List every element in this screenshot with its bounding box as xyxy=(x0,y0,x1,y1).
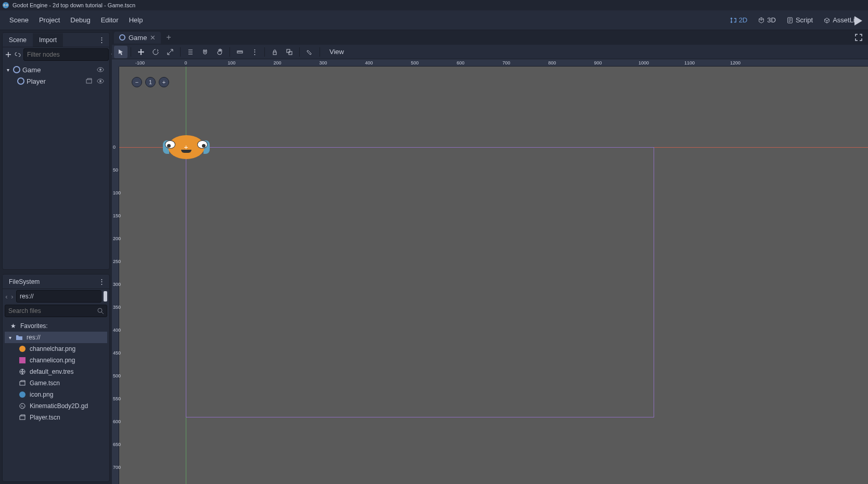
cursor-icon xyxy=(117,48,124,56)
add-tab-button[interactable]: + xyxy=(161,33,176,42)
file-label: default_env.tres xyxy=(30,368,74,375)
nav-back-button[interactable]: ‹ xyxy=(5,291,8,302)
file-default-env[interactable]: default_env.tres xyxy=(5,366,107,377)
file-channelchar[interactable]: channelchar.png xyxy=(5,343,107,355)
ruler-tool[interactable] xyxy=(233,46,247,58)
file-game-tscn[interactable]: Game.tscn xyxy=(5,377,107,389)
scene-tabs-bar: Game ✕ + xyxy=(112,30,868,45)
node-label: Game xyxy=(22,66,41,74)
scene-file-icon xyxy=(18,379,27,387)
plus-icon xyxy=(5,51,12,58)
view-mode-button[interactable] xyxy=(104,291,107,302)
titlebar: Godot Engine - 2d top down tutorial - Ga… xyxy=(0,0,868,10)
scene-tab-game[interactable]: Game ✕ xyxy=(114,32,161,44)
collapse-icon[interactable]: ▾ xyxy=(7,67,13,73)
image-file-icon xyxy=(18,390,27,399)
panel-menu-dots-icon[interactable]: ⋮ xyxy=(94,278,109,285)
mode-2d-button[interactable]: 2D xyxy=(724,13,753,27)
svg-rect-19 xyxy=(20,416,25,420)
tab-scene[interactable]: Scene xyxy=(3,33,33,47)
menu-help[interactable]: Help xyxy=(124,13,148,27)
menu-debug[interactable]: Debug xyxy=(65,13,95,27)
tab-filesystem[interactable]: FileSystem xyxy=(3,275,46,289)
play-button[interactable] xyxy=(851,15,864,27)
visibility-icon[interactable] xyxy=(97,66,105,73)
collapse-icon[interactable]: ▾ xyxy=(9,335,15,341)
expand-icon xyxy=(854,33,863,42)
pan-tool[interactable] xyxy=(213,46,226,58)
lock-icon xyxy=(271,48,278,56)
origin-marker xyxy=(184,146,188,149)
list-icon xyxy=(187,48,194,56)
view-menu[interactable]: View xyxy=(323,48,350,56)
file-icon-png[interactable]: icon.png xyxy=(5,389,107,400)
svg-rect-16 xyxy=(20,382,25,385)
mode-3d-button[interactable]: 3D xyxy=(752,13,781,27)
zoom-out-button[interactable]: − xyxy=(132,77,142,87)
env-file-icon xyxy=(18,368,27,376)
file-kinematicbody-gd[interactable]: KinematicBody2D.gd xyxy=(5,400,107,412)
visibility-icon[interactable] xyxy=(97,77,105,85)
scene-file-icon xyxy=(18,413,27,422)
snap-tool[interactable] xyxy=(198,46,212,58)
menu-editor[interactable]: Editor xyxy=(96,13,124,27)
folder-label: res:// xyxy=(27,334,41,341)
file-label: Game.tscn xyxy=(30,380,60,387)
menu-project[interactable]: Project xyxy=(34,13,65,27)
add-node-button[interactable] xyxy=(5,49,12,60)
script-file-icon xyxy=(18,402,27,410)
search-icon xyxy=(97,307,104,315)
node-game[interactable]: ▾ Game xyxy=(5,64,107,75)
move-tool[interactable] xyxy=(134,46,148,58)
ruler-vertical: 0501001502002503003504004505005506006507… xyxy=(112,67,119,484)
menu-scene[interactable]: Scene xyxy=(4,13,34,27)
bone-icon xyxy=(306,48,313,56)
filter-nodes-input[interactable] xyxy=(23,48,109,61)
mode-script-button[interactable]: Script xyxy=(781,13,818,27)
favorites-section[interactable]: ★ Favorites: xyxy=(5,320,107,332)
node2d-icon xyxy=(13,66,20,73)
svg-rect-9 xyxy=(86,80,92,83)
zoom-reset-button[interactable]: 1 xyxy=(145,77,156,87)
link-icon xyxy=(14,51,21,58)
file-player-tscn[interactable]: Player.tscn xyxy=(5,412,107,423)
lock-tool[interactable] xyxy=(268,46,282,58)
svg-point-4 xyxy=(7,5,8,6)
scene-panel: Scene Import ⋮ ▾ Game Player xyxy=(2,32,110,270)
path-input[interactable] xyxy=(16,290,101,303)
svg-point-3 xyxy=(4,5,5,6)
expand-viewport-button[interactable] xyxy=(851,33,866,42)
scale-tool[interactable] xyxy=(163,46,177,58)
viewport[interactable]: -100010020030040050060070080090010001100… xyxy=(112,59,868,484)
favorites-label: Favorites: xyxy=(20,322,48,330)
nav-forward-button[interactable]: › xyxy=(10,291,14,302)
tab-import[interactable]: Import xyxy=(33,33,63,47)
more-tools-dots[interactable]: ⋮ xyxy=(248,46,261,58)
svg-point-13 xyxy=(19,346,25,352)
svg-rect-21 xyxy=(273,52,276,55)
folder-icon xyxy=(15,333,23,342)
search-files-input[interactable] xyxy=(5,305,107,317)
close-tab-icon[interactable]: ✕ xyxy=(150,34,156,42)
svg-point-8 xyxy=(99,69,101,71)
instance-scene-button[interactable] xyxy=(14,49,21,60)
bone-tool[interactable] xyxy=(303,46,316,58)
canvas-area[interactable]: − 1 + xyxy=(119,67,868,484)
ruler-horizontal: -100010020030040050060070080090010001100… xyxy=(119,59,868,67)
svg-rect-14 xyxy=(19,357,25,363)
list-select-tool[interactable] xyxy=(184,46,197,58)
node2d-icon xyxy=(17,77,24,85)
play-icon xyxy=(851,15,864,27)
panel-menu-dots-icon[interactable]: ⋮ xyxy=(94,36,109,44)
viewport-toolbar: ⋮ View xyxy=(112,45,868,59)
node2d-icon xyxy=(119,34,125,41)
instance-icon[interactable] xyxy=(85,77,93,85)
rotate-tool[interactable] xyxy=(149,46,162,58)
magnet-icon xyxy=(201,48,209,56)
node-player[interactable]: Player xyxy=(5,75,107,87)
select-tool[interactable] xyxy=(114,46,127,58)
group-tool[interactable] xyxy=(283,46,296,58)
folder-root[interactable]: ▾ res:// xyxy=(5,332,107,343)
file-channelicon[interactable]: channelicon.png xyxy=(5,355,107,366)
zoom-in-button[interactable]: + xyxy=(159,77,169,87)
